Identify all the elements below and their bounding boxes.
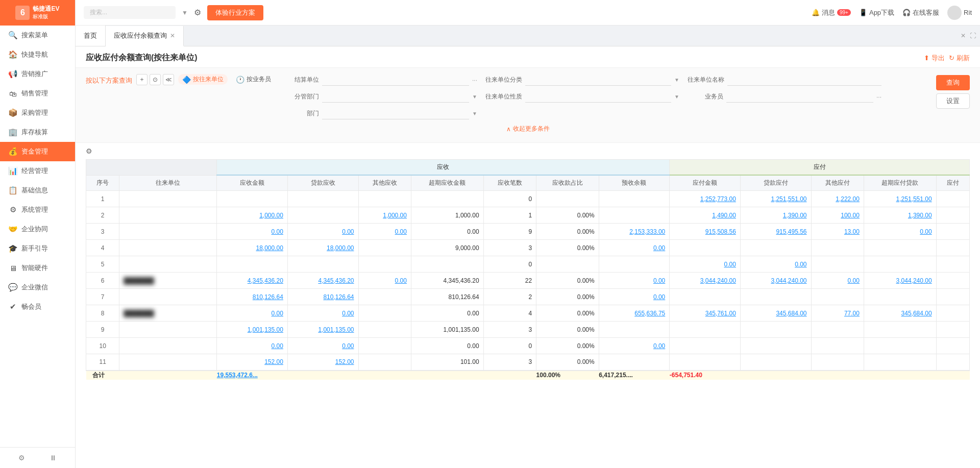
table-cell[interactable]: 345,761.00	[670, 305, 741, 322]
table-cell[interactable]: 1,001,135.00	[287, 322, 358, 338]
table-cell[interactable]: 4,345,436.20	[217, 273, 288, 289]
scheme-settings-btn[interactable]: ⊙	[150, 74, 161, 85]
table-cell[interactable]: 345,684.00	[864, 305, 936, 322]
tab-home[interactable]: 首页	[76, 26, 106, 46]
partner-nature-chevron[interactable]: ▼	[674, 94, 679, 100]
table-cell[interactable]: 100.00	[811, 207, 864, 224]
table-cell[interactable]: 915,508.56	[670, 224, 741, 240]
notifications-item[interactable]: 🔔 消息 99+	[812, 8, 851, 17]
table-cell[interactable]	[358, 322, 411, 338]
table-cell[interactable]	[740, 322, 811, 338]
dept-chevron[interactable]: ▼	[472, 94, 477, 100]
sidebar-item-wechat[interactable]: 💬 企业微信	[0, 278, 75, 297]
table-cell[interactable]: 13.00	[811, 224, 864, 240]
table-cell[interactable]	[599, 256, 670, 273]
online-service-item[interactable]: 🎧 在线客服	[902, 8, 939, 17]
dept-input[interactable]	[322, 91, 469, 103]
salesperson-input[interactable]	[726, 91, 873, 103]
scheme-collapse-btn[interactable]: ≪	[163, 74, 174, 85]
table-cell[interactable]	[811, 338, 864, 354]
tab-ar-ap[interactable]: 应收应付余额查询 ✕	[106, 26, 184, 46]
table-cell[interactable]: 0.00	[599, 273, 670, 289]
table-cell[interactable]	[358, 289, 411, 305]
salesperson-dots[interactable]: ···	[876, 93, 881, 101]
table-cell[interactable]: 655,636.75	[599, 305, 670, 322]
table-cell[interactable]: 3,044,240.00	[740, 273, 811, 289]
table-cell[interactable]	[599, 191, 670, 207]
table-cell[interactable]	[670, 289, 741, 305]
table-cell[interactable]: 18,000.00	[287, 240, 358, 256]
table-cell[interactable]	[358, 256, 411, 273]
partner-nature-input[interactable]	[525, 91, 671, 103]
sidebar-collapse-btn[interactable]: ⏸	[47, 452, 59, 464]
table-cell[interactable]: 0.00	[287, 338, 358, 354]
table-cell[interactable]	[217, 191, 288, 207]
table-cell[interactable]: 345,684.00	[740, 305, 811, 322]
sidebar-item-quick-nav[interactable]: 🏠 快捷导航	[0, 45, 75, 64]
partner-category-input[interactable]	[525, 74, 671, 86]
table-cell[interactable]	[811, 289, 864, 305]
sidebar-item-marketing[interactable]: 📢 营销推广	[0, 64, 75, 84]
table-cell[interactable]	[740, 338, 811, 354]
user-avatar[interactable]: Rit	[947, 6, 972, 20]
table-cell[interactable]: 0.00	[864, 224, 936, 240]
table-cell[interactable]: 0.00	[740, 256, 811, 273]
table-cell[interactable]	[287, 256, 358, 273]
table-cell[interactable]	[864, 240, 936, 256]
settlement-unit-input[interactable]	[322, 74, 469, 86]
scheme-by-unit[interactable]: 🔷 按往来单位	[178, 74, 228, 85]
table-cell[interactable]: 1,000.00	[358, 207, 411, 224]
app-download-item[interactable]: 📱 App下载	[859, 8, 894, 17]
table-cell[interactable]: 77.00	[811, 305, 864, 322]
table-cell[interactable]: 152.00	[217, 354, 288, 371]
partner-name-input[interactable]	[727, 74, 881, 86]
table-cell[interactable]: 4,345,436.20	[287, 273, 358, 289]
sidebar-settings-btn[interactable]: ⚙	[16, 452, 27, 464]
tab-close-all-icon[interactable]: ✕	[961, 32, 966, 39]
department-chevron[interactable]: ▼	[472, 111, 477, 116]
table-scroll-container[interactable]: 应收 应付 序号 往来单位 应收金额 贷款应收 其他应收 超期应收金额 应收笔数…	[86, 159, 970, 380]
query-button[interactable]: 查询	[936, 75, 970, 90]
table-cell[interactable]	[358, 354, 411, 371]
table-cell[interactable]: 810,126.64	[287, 289, 358, 305]
topbar-gear-icon[interactable]: ⚙	[194, 8, 201, 17]
sidebar-item-enterprise[interactable]: 🤝 企业协同	[0, 219, 75, 239]
table-cell[interactable]: 1,222.00	[811, 191, 864, 207]
table-cell[interactable]: 0.00	[217, 338, 288, 354]
sidebar-item-search[interactable]: 🔍 搜索菜单	[0, 26, 75, 45]
table-cell[interactable]: 152.00	[287, 354, 358, 371]
table-cell[interactable]	[864, 354, 936, 371]
table-cell[interactable]: 0.00	[217, 224, 288, 240]
table-cell[interactable]	[358, 240, 411, 256]
table-cell[interactable]	[599, 354, 670, 371]
table-cell[interactable]: 915,495.56	[740, 224, 811, 240]
table-cell[interactable]	[358, 305, 411, 322]
table-cell[interactable]	[670, 338, 741, 354]
table-cell[interactable]	[811, 354, 864, 371]
table-cell[interactable]	[740, 354, 811, 371]
table-cell[interactable]: 18,000.00	[217, 240, 288, 256]
table-cell[interactable]: 1,390.00	[864, 207, 936, 224]
table-cell[interactable]	[358, 338, 411, 354]
table-cell[interactable]	[287, 207, 358, 224]
table-cell[interactable]	[287, 191, 358, 207]
table-cell[interactable]	[670, 354, 741, 371]
table-cell[interactable]	[811, 256, 864, 273]
table-cell[interactable]: 1,490.00	[670, 207, 741, 224]
table-cell[interactable]: 2,153,333.00	[599, 224, 670, 240]
sidebar-item-guide[interactable]: 🎓 新手引导	[0, 239, 75, 258]
table-cell[interactable]: 1,251,551.00	[740, 191, 811, 207]
table-cell[interactable]: 0.00	[670, 256, 741, 273]
settlement-unit-dots[interactable]: ···	[472, 77, 477, 84]
table-cell[interactable]: 0.00	[358, 224, 411, 240]
sidebar-item-purchase[interactable]: 📦 采购管理	[0, 103, 75, 122]
table-cell[interactable]: 3,044,240.00	[670, 273, 741, 289]
table-cell[interactable]	[864, 289, 936, 305]
table-cell[interactable]: 1,252,773.00	[670, 191, 741, 207]
sidebar-item-member[interactable]: ✔ 畅会员	[0, 297, 75, 316]
table-cell[interactable]	[670, 240, 741, 256]
table-cell[interactable]	[358, 191, 411, 207]
scheme-add-btn[interactable]: +	[136, 74, 148, 85]
sidebar-item-sales[interactable]: 🛍 销售管理	[0, 84, 75, 103]
table-cell[interactable]: 3,044,240.00	[864, 273, 936, 289]
